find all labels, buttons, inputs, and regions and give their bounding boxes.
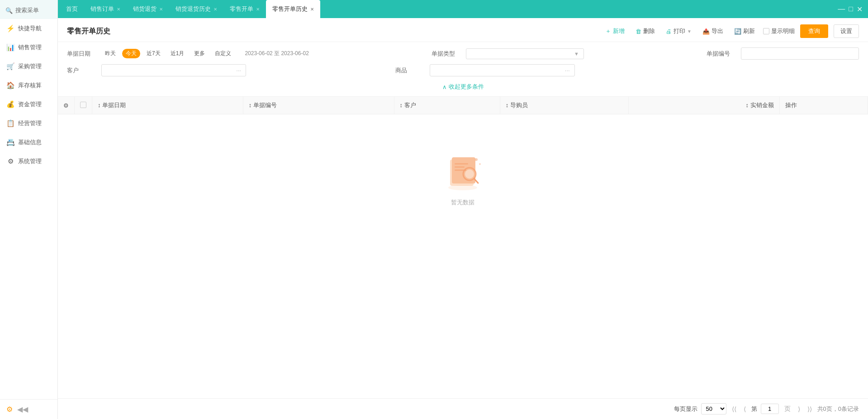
sidebar-item-base-info[interactable]: 📇基础信息 bbox=[0, 133, 57, 152]
empty-state: 暂无数据 bbox=[58, 114, 868, 225]
tab-sales-order[interactable]: 销售订单✕ bbox=[84, 0, 127, 18]
filter-row-1: 单据日期 昨天今天近7天近1月更多自定义 2023-06-02 至 2023-0… bbox=[67, 47, 859, 60]
goods-dots-icon: ··· bbox=[565, 67, 570, 74]
select-all-checkbox[interactable] bbox=[80, 102, 86, 108]
window-close-icon[interactable]: ✕ bbox=[857, 5, 863, 14]
sidebar-item-sales-mgmt[interactable]: 📊销售管理 bbox=[0, 38, 57, 57]
table-header-row: ⚙ ↕ 单据日期 ↕ 单据编号 ↕ 客户 bbox=[58, 97, 868, 114]
sidebar-icon-purchase-mgmt: 🛒 bbox=[6, 62, 14, 71]
goods-select[interactable]: ··· bbox=[430, 64, 574, 76]
sidebar-nav: ⚡快捷导航📊销售管理🛒采购管理🏠库存核算💰资金管理📋经营管理📇基础信息⚙系统管理 bbox=[0, 19, 57, 399]
sidebar-label-quick-nav: 快捷导航 bbox=[18, 24, 42, 33]
current-page-input[interactable] bbox=[761, 404, 779, 414]
page-body: 零售开单历史 ＋ 新增 🗑 删除 🖨 打印 ▼ 📤 导出 bbox=[58, 18, 868, 419]
per-page-select[interactable]: 50 10 20 100 bbox=[701, 403, 726, 414]
date-opt-yesterday[interactable]: 昨天 bbox=[101, 49, 119, 58]
table-col-customer[interactable]: ↕ 客户 bbox=[394, 97, 500, 114]
delete-button[interactable]: 🗑 删除 bbox=[633, 25, 658, 37]
add-icon: ＋ bbox=[605, 27, 611, 35]
sidebar-item-purchase-mgmt[interactable]: 🛒采购管理 bbox=[0, 57, 57, 76]
tab-label-home: 首页 bbox=[66, 5, 78, 13]
tab-label-sales-return-history: 销货退货历史 bbox=[175, 5, 211, 13]
window-minimize-icon[interactable]: — bbox=[838, 5, 845, 13]
sidebar-collapse-icon[interactable]: ◀◀ bbox=[17, 405, 28, 414]
filter-area: 单据日期 昨天今天近7天近1月更多自定义 2023-06-02 至 2023-0… bbox=[58, 42, 868, 97]
sidebar-icon-finance: 💰 bbox=[6, 100, 14, 108]
window-maximize-icon[interactable]: □ bbox=[849, 5, 853, 13]
table-col-salesperson[interactable]: ↕ 导购员 bbox=[500, 97, 628, 114]
date-opt-custom[interactable]: 自定义 bbox=[211, 49, 235, 58]
empty-illustration bbox=[440, 151, 485, 191]
refresh-icon: 🔄 bbox=[734, 28, 741, 35]
date-opt-today[interactable]: 今天 bbox=[122, 49, 140, 58]
sidebar: 🔍 搜索采单 ⚡快捷导航📊销售管理🛒采购管理🏠库存核算💰资金管理📋经营管理📇基础… bbox=[0, 0, 58, 419]
date-range-display: 2023-06-02 至 2023-06-02 bbox=[245, 50, 308, 57]
show-detail-checkbox[interactable] bbox=[763, 28, 769, 34]
sidebar-item-sys-mgmt[interactable]: ⚙系统管理 bbox=[0, 152, 57, 171]
prev-page-btn[interactable]: ⟨ bbox=[742, 405, 748, 414]
sidebar-item-inventory[interactable]: 🏠库存核算 bbox=[0, 76, 57, 95]
sidebar-item-finance[interactable]: 💰资金管理 bbox=[0, 95, 57, 114]
tab-sales-return[interactable]: 销货退货✕ bbox=[127, 0, 169, 18]
empty-row: 暂无数据 bbox=[58, 114, 868, 225]
first-page-btn[interactable]: ⟨⟨ bbox=[730, 405, 738, 414]
sidebar-label-sys-mgmt: 系统管理 bbox=[18, 157, 42, 165]
sidebar-label-inventory: 库存核算 bbox=[18, 81, 42, 89]
date-opt-last1month[interactable]: 近1月 bbox=[167, 49, 188, 58]
refresh-button[interactable]: 🔄 刷新 bbox=[731, 25, 758, 37]
page-title: 零售开单历史 bbox=[67, 27, 110, 36]
query-button[interactable]: 查询 bbox=[800, 24, 828, 38]
doc-no-label: 单据编号 bbox=[707, 50, 734, 58]
print-icon: 🖨 bbox=[666, 28, 672, 35]
sidebar-label-sales-mgmt: 销售管理 bbox=[18, 43, 42, 52]
table-col-no[interactable]: ↕ 单据编号 bbox=[243, 97, 394, 114]
tab-label-retail-open-history: 零售开单历史 bbox=[272, 5, 308, 13]
sidebar-item-operations[interactable]: 📋经营管理 bbox=[0, 114, 57, 133]
date-opt-more[interactable]: 更多 bbox=[190, 49, 209, 58]
sidebar-search[interactable]: 🔍 搜索采单 bbox=[0, 0, 57, 19]
setting-button[interactable]: 设置 bbox=[834, 24, 859, 38]
per-page-label: 每页显示 bbox=[674, 405, 697, 413]
tab-close-retail-open[interactable]: ✕ bbox=[256, 7, 260, 12]
export-button[interactable]: 📤 导出 bbox=[700, 25, 726, 37]
date-opt-last7days[interactable]: 近7天 bbox=[143, 49, 164, 58]
collapse-filters-btn[interactable]: ∧ 收起更多条件 bbox=[67, 81, 859, 93]
svg-point-9 bbox=[475, 158, 478, 161]
doc-no-input[interactable] bbox=[741, 47, 859, 60]
goods-label: 商品 bbox=[395, 66, 422, 75]
table-col-amount[interactable]: ↕ 实销金额 bbox=[628, 97, 779, 114]
sidebar-icon-sales-mgmt: 📊 bbox=[6, 43, 14, 52]
sidebar-label-finance: 资金管理 bbox=[18, 100, 42, 108]
tab-home[interactable]: 首页 bbox=[60, 0, 84, 18]
settings-icon[interactable]: ⚙ bbox=[6, 405, 13, 414]
search-icon: 🔍 bbox=[5, 7, 13, 14]
customer-select[interactable]: ··· bbox=[101, 64, 246, 76]
last-page-btn[interactable]: ⟩⟩ bbox=[806, 405, 814, 414]
print-button[interactable]: 🖨 打印 ▼ bbox=[663, 25, 694, 37]
tab-retail-open-history[interactable]: 零售开单历史✕ bbox=[266, 0, 320, 18]
table-col-action: 操作 bbox=[779, 97, 868, 114]
sidebar-item-quick-nav[interactable]: ⚡快捷导航 bbox=[0, 19, 57, 38]
tab-label-retail-open: 零售开单 bbox=[230, 5, 253, 13]
main-content: 首页销售订单✕销货退货✕销货退货历史✕零售开单✕零售开单历史✕ — □ ✕ 零售… bbox=[58, 0, 868, 419]
tab-retail-open[interactable]: 零售开单✕ bbox=[223, 0, 266, 18]
add-button[interactable]: ＋ 新增 bbox=[602, 25, 627, 37]
tab-close-sales-order[interactable]: ✕ bbox=[117, 7, 120, 12]
sidebar-icon-inventory: 🏠 bbox=[6, 81, 14, 89]
table-col-checkbox[interactable] bbox=[75, 97, 92, 114]
export-icon: 📤 bbox=[702, 28, 710, 35]
tab-sales-return-history[interactable]: 销货退货历史✕ bbox=[169, 0, 223, 18]
tab-close-sales-return-history[interactable]: ✕ bbox=[213, 7, 217, 12]
next-page-btn[interactable]: ⟩ bbox=[796, 405, 802, 414]
filter-row-2: 客户 ··· 商品 ··· bbox=[67, 64, 859, 76]
doc-type-select[interactable]: ▼ bbox=[466, 48, 584, 59]
chevron-up-icon: ∧ bbox=[442, 84, 447, 90]
tab-close-retail-open-history[interactable]: ✕ bbox=[310, 7, 314, 12]
show-detail-toggle[interactable]: 显示明细 bbox=[763, 27, 795, 35]
table-col-date[interactable]: ↕ 单据日期 bbox=[92, 97, 243, 114]
sidebar-icon-operations: 📋 bbox=[6, 119, 14, 127]
svg-rect-4 bbox=[455, 166, 465, 168]
tab-close-sales-return[interactable]: ✕ bbox=[159, 7, 163, 12]
sidebar-icon-sys-mgmt: ⚙ bbox=[6, 157, 14, 165]
table-col-settings[interactable]: ⚙ bbox=[58, 97, 75, 114]
